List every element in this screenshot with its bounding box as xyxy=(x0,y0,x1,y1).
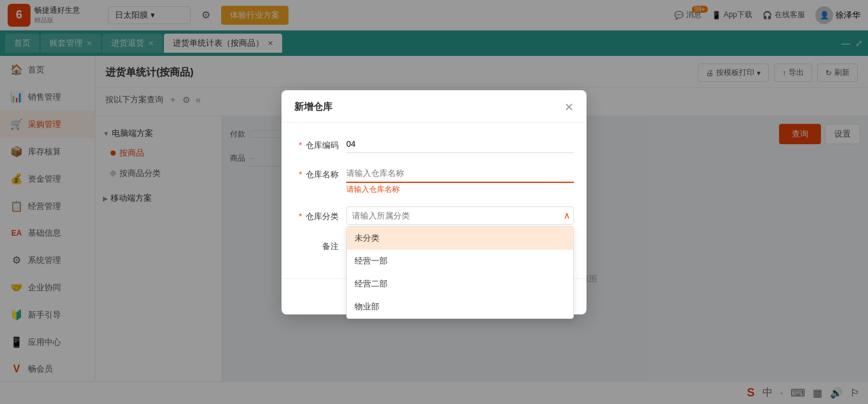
dropdown-item-uncategorized[interactable]: 未分类 xyxy=(347,227,573,250)
required-star: * xyxy=(299,140,302,150)
category-dropdown: 未分类 经营一部 经营二部 物业部 xyxy=(346,226,574,319)
dropdown-item-dept3[interactable]: 物业部 xyxy=(347,295,573,318)
code-input[interactable] xyxy=(346,135,574,153)
new-warehouse-modal: 新增仓库 ✕ * 仓库编码 * 仓库名称 请输入仓库名称 xyxy=(281,90,587,314)
modal-body: * 仓库编码 * 仓库名称 请输入仓库名称 * xyxy=(281,123,587,278)
note-label: 备注 xyxy=(294,236,339,252)
modal-close-button[interactable]: ✕ xyxy=(564,100,574,114)
dropdown-item-dept1[interactable]: 经营一部 xyxy=(347,250,573,273)
name-error-msg: 请输入仓库名称 xyxy=(346,184,574,195)
category-label: * 仓库分类 xyxy=(294,206,339,222)
name-input-wrap: 请输入仓库名称 xyxy=(346,165,574,195)
category-select-wrap: ∧ 未分类 经营一部 经营二部 物业部 xyxy=(346,206,574,225)
name-field-row: * 仓库名称 请输入仓库名称 xyxy=(294,165,574,195)
modal-title: 新增仓库 xyxy=(294,101,332,113)
code-label: * 仓库编码 xyxy=(294,135,339,151)
category-field-row: * 仓库分类 ∧ 未分类 经营一部 经营二部 物业部 xyxy=(294,206,574,225)
category-arrow-icon[interactable]: ∧ xyxy=(564,210,570,220)
name-label: * 仓库名称 xyxy=(294,165,339,180)
required-star: * xyxy=(299,212,302,221)
category-input[interactable] xyxy=(346,206,574,225)
code-field-row: * 仓库编码 xyxy=(294,135,574,153)
dropdown-item-dept2[interactable]: 经营二部 xyxy=(347,273,573,295)
required-star: * xyxy=(299,170,302,179)
name-input[interactable] xyxy=(346,165,574,183)
modal-overlay[interactable]: 新增仓库 ✕ * 仓库编码 * 仓库名称 请输入仓库名称 xyxy=(0,0,868,404)
modal-header: 新增仓库 ✕ xyxy=(281,90,587,123)
